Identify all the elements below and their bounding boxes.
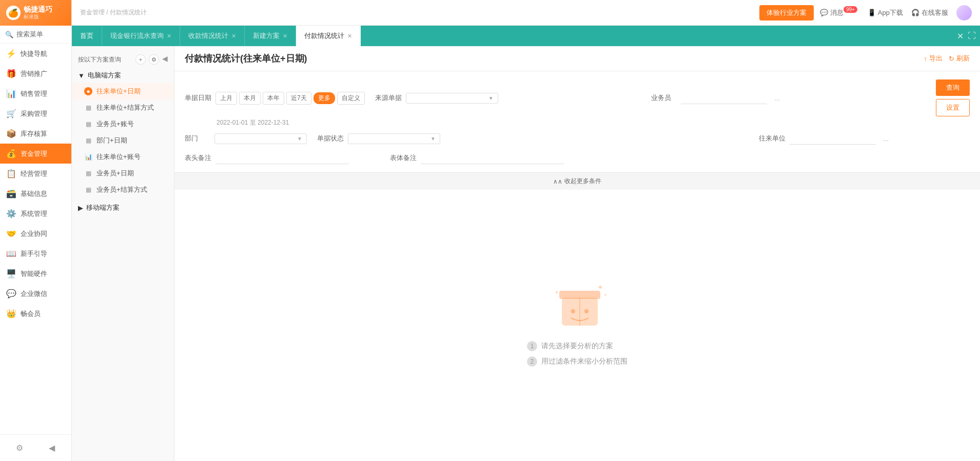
sidebar-item-guide[interactable]: 📖 新手引导 — [0, 244, 71, 264]
body-note-input[interactable] — [421, 152, 564, 164]
scheme-item-unit-date[interactable]: ● 往来单位+日期 — [72, 83, 174, 99]
filter-action-btns: 查询 设置 — [936, 79, 970, 116]
sidebar-item-operations[interactable]: 📋 经营管理 — [0, 164, 71, 184]
header-note-input[interactable] — [215, 152, 349, 164]
message-btn[interactable]: 💬 消息 99+ — [820, 8, 859, 17]
chevron-right-icon: ▶ — [78, 204, 83, 212]
content-area: 按以下方案查询 + ⚙ ◀ ▼ 电脑端方案 ● 往来单位+日期 ▦ — [72, 46, 980, 461]
search-icon: 🔍 — [5, 31, 13, 38]
scheme-item-staff-date[interactable]: ▦ 业务员+日期 — [72, 165, 174, 182]
operations-icon: 📋 — [6, 169, 16, 178]
hardware-icon: 🖥️ — [6, 269, 16, 278]
export-icon: ↑ — [924, 55, 928, 63]
date-btn-more[interactable]: 更多 — [313, 92, 335, 104]
scheme-active-icon: ● — [84, 87, 92, 95]
search-menu[interactable]: 🔍 搜索菜单 — [0, 26, 71, 44]
filter-source-item: 来源单据 ▼ — [375, 93, 498, 104]
quick-nav-icon: ⚡ — [6, 49, 16, 58]
date-btn-this-year[interactable]: 本年 — [263, 92, 284, 105]
desktop-scheme-section: ▼ 电脑端方案 ● 往来单位+日期 ▦ 往来单位+结算方式 ▦ 业务员+账号 ▦ — [72, 68, 174, 198]
svg-point-4 — [604, 294, 606, 296]
page-title: 付款情况统计(往来单位+日期) — [185, 52, 307, 65]
sidebar-item-sales[interactable]: 📊 销售管理 — [0, 84, 71, 104]
sidebar-item-marketing[interactable]: 🎁 营销推广 — [0, 64, 71, 84]
sidebar-item-system[interactable]: ⚙️ 系统管理 — [0, 204, 71, 224]
refresh-btn[interactable]: ↻ 刷新 — [949, 54, 970, 63]
export-btn[interactable]: ↑ 导出 — [924, 54, 943, 63]
sidebar-item-member[interactable]: 👑 畅会员 — [0, 304, 71, 324]
scheme-item-dept-date[interactable]: ▦ 部门+日期 — [72, 132, 174, 149]
industry-btn-container: 体验行业方案 — [759, 5, 814, 21]
scheme-item-unit-settle[interactable]: ▦ 往来单位+结算方式 — [72, 99, 174, 116]
empty-illustration — [552, 279, 603, 331]
filter-row-3: 表头备注 表体备注 — [185, 152, 970, 164]
dept-select[interactable]: ▼ — [214, 133, 307, 144]
filter-date-item: 单据日期 上月 本月 本年 近7天 更多 自定义 — [185, 92, 365, 105]
logo-text: 畅捷通巧 标准版 — [24, 5, 52, 21]
panel-collapse-btn[interactable]: ◀ — [162, 54, 168, 65]
tab-new-scheme[interactable]: 新建方案 ✕ — [245, 26, 296, 46]
sidebar-item-basic[interactable]: 🗃️ 基础信息 — [0, 184, 71, 204]
partner-input[interactable] — [790, 132, 876, 145]
desktop-section-title[interactable]: ▼ 电脑端方案 — [72, 68, 174, 83]
tab-new-scheme-close[interactable]: ✕ — [283, 33, 287, 39]
collapse-bar[interactable]: ∧∧ 收起更多条件 — [174, 173, 980, 190]
add-scheme-btn[interactable]: + — [135, 54, 146, 65]
tabs-expand-btn[interactable]: ⛶ — [968, 31, 976, 41]
svg-point-7 — [584, 309, 589, 313]
sidebar-item-quick-nav[interactable]: ⚡ 快捷导航 — [0, 44, 71, 64]
source-select[interactable]: ▼ — [406, 93, 498, 104]
tab-collection-close[interactable]: ✕ — [231, 33, 236, 39]
tab-bar: 首页 现金银行流水查询 ✕ 收款情况统计 ✕ 新建方案 ✕ 付款情况统计 ✕ ✕… — [72, 26, 980, 46]
online-service-btn[interactable]: 🎧 在线客服 — [911, 8, 948, 17]
sidebar-settings-btn[interactable]: ⚙ — [5, 440, 34, 456]
mobile-section-title[interactable]: ▶ 移动端方案 — [72, 200, 174, 215]
tab-payment-stats-close[interactable]: ✕ — [347, 33, 352, 39]
sidebar-item-purchase[interactable]: 🛒 采购管理 — [0, 104, 71, 124]
user-avatar[interactable] — [956, 5, 972, 21]
sidebar-item-enterprise[interactable]: 🤝 企业协同 — [0, 224, 71, 244]
date-btn-last-month[interactable]: 上月 — [215, 92, 237, 105]
sidebar-item-inventory[interactable]: 📦 库存核算 — [0, 124, 71, 144]
docstatus-select-arrow: ▼ — [430, 136, 436, 142]
filter-docstatus-item: 单据状态 ▼ — [317, 133, 440, 144]
sidebar-item-hardware[interactable]: 🖥️ 智能硬件 — [0, 264, 71, 284]
filter-settings-btn[interactable]: 设置 — [936, 99, 970, 116]
panel-header: 按以下方案查询 + ⚙ ◀ — [72, 51, 174, 68]
scheme-chart-icon: 📊 — [84, 153, 92, 161]
staff-ellipsis[interactable]: ... — [771, 92, 783, 104]
scheme-settings-btn[interactable]: ⚙ — [149, 54, 159, 65]
scheme-item-unit-account[interactable]: 📊 往来单位+账号 — [72, 149, 174, 165]
tab-cash-flow-close[interactable]: ✕ — [167, 33, 171, 39]
tabs-close-all-btn[interactable]: ✕ — [957, 31, 964, 41]
date-btn-custom[interactable]: 自定义 — [337, 92, 365, 105]
scheme-item-staff-account[interactable]: ▦ 业务员+账号 — [72, 116, 174, 132]
source-select-arrow: ▼ — [488, 95, 494, 101]
svg-point-6 — [571, 309, 575, 313]
sidebar-item-wechat[interactable]: 💬 企业微信 — [0, 284, 71, 304]
date-btn-this-month[interactable]: 本月 — [239, 92, 261, 105]
industry-btn[interactable]: 体验行业方案 — [759, 5, 814, 21]
query-btn[interactable]: 查询 — [936, 79, 970, 96]
sidebar-collapse-btn[interactable]: ◀ — [38, 440, 67, 456]
sidebar-nav: ⚡ 快捷导航 🎁 营销推广 📊 销售管理 🛒 采购管理 📦 库存核算 💰 资金管… — [0, 44, 71, 434]
dept-select-arrow: ▼ — [297, 136, 302, 142]
empty-hint-1: 1 请先选择要分析的方案 — [527, 341, 628, 351]
tab-collection[interactable]: 收款情况统计 ✕ — [180, 26, 245, 46]
tab-cash-flow[interactable]: 现金银行流水查询 ✕ — [102, 26, 180, 46]
collapse-btn[interactable]: ∧∧ 收起更多条件 — [553, 177, 601, 186]
filter-body-note-item: 表体备注 — [390, 152, 564, 164]
docstatus-select[interactable]: ▼ — [348, 133, 440, 144]
header-actions: 💬 消息 99+ 📱 App下载 🎧 在线客服 — [820, 5, 972, 21]
scheme-item-staff-settle[interactable]: ▦ 业务员+结算方式 — [72, 182, 174, 198]
date-btn-7days[interactable]: 近7天 — [286, 92, 311, 105]
tab-home[interactable]: 首页 — [72, 26, 102, 46]
guide-icon: 📖 — [6, 249, 16, 258]
partner-ellipsis[interactable]: ... — [880, 133, 892, 145]
tab-payment-stats[interactable]: 付款情况统计 ✕ — [296, 26, 361, 46]
logo-icon: 🍊 — [6, 6, 21, 20]
app-download-btn[interactable]: 📱 App下载 — [868, 8, 903, 17]
sidebar-item-finance[interactable]: 💰 资金管理 — [0, 144, 71, 164]
filter-area: 单据日期 上月 本月 本年 近7天 更多 自定义 来源单据 — [174, 71, 980, 173]
staff-input[interactable] — [681, 92, 767, 104]
